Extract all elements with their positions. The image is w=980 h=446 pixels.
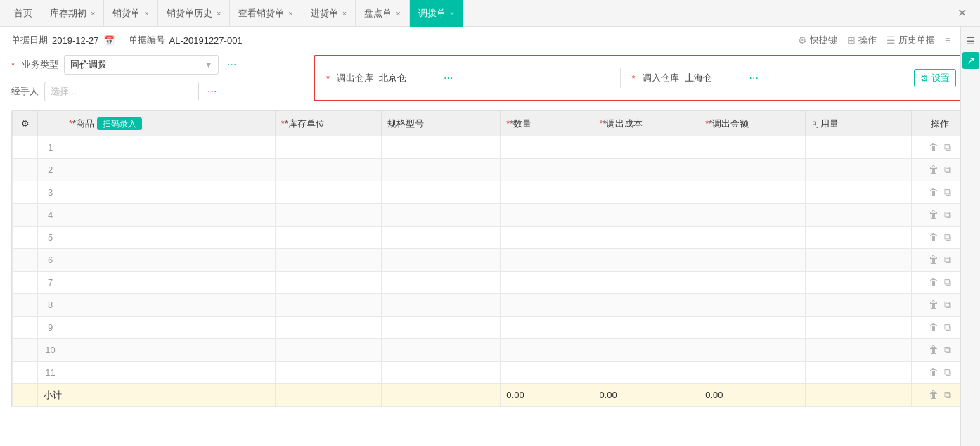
row-spec-cell[interactable] xyxy=(381,339,501,362)
row-product-cell[interactable] xyxy=(63,317,276,339)
row-cost-cell[interactable] xyxy=(593,159,699,181)
row-unit-cell[interactable] xyxy=(275,294,381,317)
operations-button[interactable]: ⊞ 操作 xyxy=(847,34,877,46)
row-cost-cell[interactable] xyxy=(593,204,699,227)
row-cost-cell[interactable] xyxy=(593,249,699,272)
row-amount-cell[interactable] xyxy=(699,227,806,249)
row-amount-cell[interactable] xyxy=(699,317,806,339)
row-amount-cell[interactable] xyxy=(699,204,806,227)
handler-more-btn[interactable]: ··· xyxy=(205,85,219,98)
row-spec-cell[interactable] xyxy=(381,159,501,181)
close-icon[interactable]: × xyxy=(450,9,454,18)
row-cost-cell[interactable] xyxy=(593,294,699,317)
row-qty-cell[interactable] xyxy=(501,136,593,159)
copy-icon[interactable]: ⧉ xyxy=(944,367,951,378)
row-spec-cell[interactable] xyxy=(381,249,501,272)
copy-icon[interactable]: ⧉ xyxy=(944,164,951,176)
copy-icon[interactable]: ⧉ xyxy=(944,209,951,221)
row-amount-cell[interactable] xyxy=(699,136,806,159)
copy-icon[interactable]: ⧉ xyxy=(944,231,951,243)
tab-purchase[interactable]: 进货单 × xyxy=(302,0,356,27)
copy-icon[interactable]: ⧉ xyxy=(944,276,951,288)
row-spec-cell[interactable] xyxy=(381,136,501,159)
copy-icon[interactable]: ⧉ xyxy=(944,299,951,311)
close-icon[interactable]: × xyxy=(91,9,95,18)
row-product-cell[interactable] xyxy=(63,159,276,181)
row-spec-cell[interactable] xyxy=(381,294,501,317)
row-cost-cell[interactable] xyxy=(593,317,699,339)
row-product-cell[interactable] xyxy=(63,249,276,272)
row-cost-cell[interactable] xyxy=(593,272,699,294)
date-value[interactable]: 2019-12-27 xyxy=(52,35,99,46)
close-icon[interactable]: × xyxy=(288,9,292,18)
row-product-cell[interactable] xyxy=(63,204,276,227)
delete-icon[interactable]: 🗑 xyxy=(929,186,939,198)
sidebar-doc-icon[interactable]: ☰ xyxy=(962,32,979,49)
row-qty-cell[interactable] xyxy=(501,159,593,181)
delete-icon[interactable]: 🗑 xyxy=(929,321,939,333)
delete-icon[interactable]: 🗑 xyxy=(929,276,939,288)
row-qty-cell[interactable] xyxy=(501,294,593,317)
row-product-cell[interactable] xyxy=(63,181,276,204)
row-qty-cell[interactable] xyxy=(501,227,593,249)
copy-icon[interactable]: ⧉ xyxy=(944,389,951,401)
scan-input-button[interactable]: 扫码录入 xyxy=(97,117,142,130)
row-product-cell[interactable] xyxy=(63,294,276,317)
row-product-cell[interactable] xyxy=(63,227,276,249)
row-qty-cell[interactable] xyxy=(501,272,593,294)
row-product-cell[interactable] xyxy=(63,136,276,159)
row-qty-cell[interactable] xyxy=(501,181,593,204)
shortcut-key-button[interactable]: ⚙ 快捷键 xyxy=(798,34,837,46)
delete-icon[interactable]: 🗑 xyxy=(929,254,939,266)
row-amount-cell[interactable] xyxy=(699,362,806,384)
tab-sales-order[interactable]: 销货单 × xyxy=(104,0,157,27)
row-product-cell[interactable] xyxy=(63,272,276,294)
copy-icon[interactable]: ⧉ xyxy=(944,141,951,153)
row-unit-cell[interactable] xyxy=(275,136,381,159)
history-docs-button[interactable]: ☰ 历史单据 xyxy=(886,34,935,46)
copy-icon[interactable]: ⧉ xyxy=(944,344,951,356)
delete-icon[interactable]: 🗑 xyxy=(929,344,939,356)
row-product-cell[interactable] xyxy=(63,339,276,362)
out-warehouse-value[interactable]: 北京仓 xyxy=(379,72,435,84)
close-icon[interactable]: × xyxy=(396,9,400,18)
row-unit-cell[interactable] xyxy=(275,272,381,294)
handler-select[interactable]: 选择... xyxy=(44,82,199,101)
view-toggle-1[interactable]: ≡ xyxy=(945,34,950,46)
row-unit-cell[interactable] xyxy=(275,339,381,362)
row-qty-cell[interactable] xyxy=(501,204,593,227)
row-unit-cell[interactable] xyxy=(275,159,381,181)
tab-sales-history[interactable]: 销货单历史 × xyxy=(158,0,230,27)
window-close-button[interactable]: ✕ xyxy=(949,1,974,26)
close-icon[interactable]: × xyxy=(144,9,148,18)
copy-icon[interactable]: ⧉ xyxy=(944,186,951,198)
row-unit-cell[interactable] xyxy=(275,204,381,227)
tab-home[interactable]: 首页 xyxy=(6,0,41,27)
row-amount-cell[interactable] xyxy=(699,249,806,272)
row-cost-cell[interactable] xyxy=(593,181,699,204)
row-qty-cell[interactable] xyxy=(501,317,593,339)
in-warehouse-more-btn[interactable]: ··· xyxy=(747,72,761,84)
tab-view-sales[interactable]: 查看销货单 × xyxy=(230,0,302,27)
delete-icon[interactable]: 🗑 xyxy=(929,389,939,401)
row-amount-cell[interactable] xyxy=(699,294,806,317)
row-amount-cell[interactable] xyxy=(699,181,806,204)
close-icon[interactable]: × xyxy=(217,9,221,18)
row-amount-cell[interactable] xyxy=(699,159,806,181)
row-amount-cell[interactable] xyxy=(699,272,806,294)
delete-icon[interactable]: 🗑 xyxy=(929,367,939,378)
row-unit-cell[interactable] xyxy=(275,227,381,249)
row-spec-cell[interactable] xyxy=(381,204,501,227)
row-cost-cell[interactable] xyxy=(593,362,699,384)
row-cost-cell[interactable] xyxy=(593,227,699,249)
row-qty-cell[interactable] xyxy=(501,362,593,384)
row-unit-cell[interactable] xyxy=(275,362,381,384)
out-warehouse-more-btn[interactable]: ··· xyxy=(441,72,456,84)
row-amount-cell[interactable] xyxy=(699,339,806,362)
row-spec-cell[interactable] xyxy=(381,181,501,204)
calendar-icon[interactable]: 📅 xyxy=(103,35,115,46)
biz-type-select[interactable]: 同价调拨 ▼ xyxy=(64,55,219,75)
row-unit-cell[interactable] xyxy=(275,317,381,339)
row-spec-cell[interactable] xyxy=(381,362,501,384)
delete-icon[interactable]: 🗑 xyxy=(929,209,939,221)
